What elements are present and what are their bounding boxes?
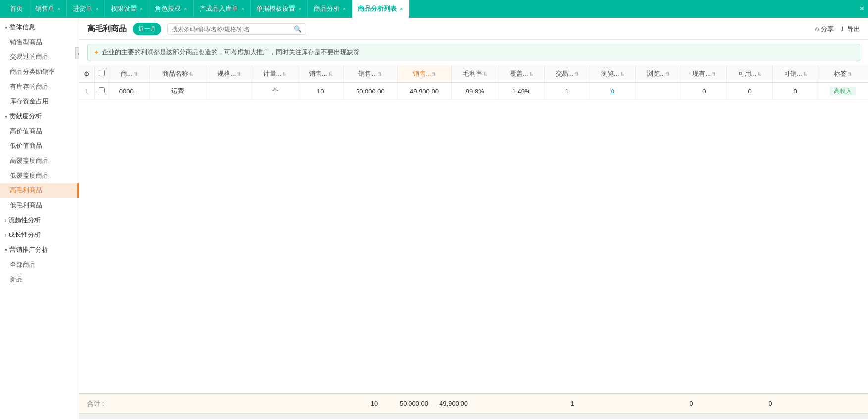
col-coverage[interactable]: 覆盖... ⇅ — [499, 65, 544, 83]
search-icon[interactable]: 🔍 — [294, 25, 302, 33]
col-spec[interactable]: 规格... ⇅ — [206, 65, 252, 83]
cell-spec — [206, 83, 252, 100]
sidebar-group-overall[interactable]: ▾ 整体信息 — [0, 20, 79, 35]
cell-available: 0 — [727, 83, 772, 100]
nav-purchase[interactable]: 进货单 × — [67, 0, 104, 18]
col-settings[interactable]: ⚙ — [79, 65, 94, 83]
footer-spacer-1 — [137, 400, 176, 407]
sidebar-item-high-margin[interactable]: 高毛利商品 — [0, 183, 79, 198]
nav-product-analysis-list[interactable]: 商品分析列表 × — [352, 0, 409, 18]
sidebar-collapse-button[interactable]: « — [75, 47, 79, 59]
sidebar-group-marketing[interactable]: ▾ 营销推广分析 — [0, 242, 79, 257]
close-permissions-tab[interactable]: × — [140, 6, 143, 12]
sidebar-group-growth[interactable]: › 成长性分析 — [0, 228, 79, 242]
data-table-container: ⚙ 商... ⇅ 商品名称 — [79, 65, 868, 393]
sort-icon-unit: ⇅ — [282, 71, 286, 77]
footer-label: 合计： — [87, 399, 137, 408]
sort-icon-sale-qty: ⇅ — [328, 71, 332, 77]
sidebar-group-trend[interactable]: › 流趋性分析 — [0, 213, 79, 228]
close-product-analysis-list-tab[interactable]: × — [400, 6, 403, 12]
footer-sale-qty: 10 — [355, 400, 394, 407]
col-sale-amount[interactable]: 销售... ⇅ — [343, 65, 397, 83]
cell-view2 — [636, 83, 681, 100]
sidebar-item-low-coverage[interactable]: 低覆盖度商品 — [0, 168, 79, 183]
period-button[interactable]: 近一月 — [133, 23, 161, 35]
footer-values: 10 50,000.00 49,900.00 1 0 0 — [137, 400, 860, 407]
select-all-checkbox[interactable] — [99, 70, 105, 76]
sidebar-item-in-stock[interactable]: 有库存的商品 — [0, 79, 79, 94]
sidebar-item-traded-products[interactable]: 交易过的商品 — [0, 49, 79, 64]
sidebar-item-inventory-capital[interactable]: 库存资金占用 — [0, 94, 79, 109]
nav-permissions[interactable]: 权限设置 × — [105, 0, 149, 18]
sidebar: « ▾ 整体信息 销售型商品 交易过的商品 商品分类助销率 有库存的商品 库存资… — [0, 18, 79, 419]
sidebar-item-category-rate[interactable]: 商品分类助销率 — [0, 64, 79, 79]
page-title: 高毛利商品 — [87, 24, 127, 34]
search-box: 🔍 — [167, 23, 306, 35]
cell-sale-qty: 10 — [298, 83, 343, 100]
col-view1[interactable]: 浏览... ⇅ — [590, 65, 635, 83]
footer-view1 — [592, 400, 632, 407]
sidebar-group-contribution[interactable]: ▾ 贡献度分析 — [0, 109, 79, 124]
export-button[interactable]: ⤓ 导出 — [840, 25, 860, 34]
sidebar-item-sales-products[interactable]: 销售型商品 — [0, 35, 79, 49]
nav-template-settings[interactable]: 单据模板设置 × — [251, 0, 307, 18]
close-all-tabs[interactable]: × — [860, 4, 864, 13]
nav-sales[interactable]: 销售单 × — [29, 0, 67, 18]
close-product-inbound-tab[interactable]: × — [241, 6, 244, 12]
row-checkbox-cell[interactable] — [94, 83, 109, 100]
search-input[interactable] — [172, 26, 292, 33]
close-sales-tab[interactable]: × — [57, 6, 60, 12]
sidebar-item-low-value[interactable]: 低价值商品 — [0, 139, 79, 153]
close-roles-tab[interactable]: × — [184, 6, 187, 12]
footer-sale-profit: 49,900.00 — [434, 400, 473, 407]
footer-margin-rate — [473, 400, 513, 407]
col-tag[interactable]: 标签 ⇅ — [818, 65, 868, 83]
data-table: ⚙ 商... ⇅ 商品名称 — [79, 65, 868, 100]
sidebar-item-low-margin[interactable]: 低毛利商品 — [0, 198, 79, 213]
col-name[interactable]: 商品名称 ⇅ — [149, 65, 206, 83]
arrow-overall: ▾ — [5, 25, 7, 30]
close-template-tab[interactable]: × — [298, 6, 301, 12]
col-unit[interactable]: 计量... ⇅ — [252, 65, 298, 83]
cell-margin-rate: 99.8% — [452, 83, 499, 100]
cell-sellable: 0 — [772, 83, 818, 100]
cell-name: 运费 — [149, 83, 206, 100]
cell-current-stock: 0 — [681, 83, 727, 100]
nav-roles[interactable]: 角色授权 × — [149, 0, 193, 18]
cell-code: 0000... — [109, 83, 149, 100]
sort-icon-trade: ⇅ — [575, 71, 579, 77]
footer-spacer-2 — [176, 400, 216, 407]
sidebar-item-high-value[interactable]: 高价值商品 — [0, 124, 79, 139]
close-product-analysis-tab[interactable]: × — [343, 6, 346, 12]
cell-sale-amount: 50,000.00 — [343, 83, 397, 100]
nav-product-inbound[interactable]: 产成品入库单 × — [194, 0, 251, 18]
sidebar-item-high-coverage[interactable]: 高覆盖度商品 — [0, 153, 79, 168]
footer-spacer-code — [216, 400, 246, 407]
sort-icon-spec: ⇅ — [237, 71, 241, 77]
col-sale-qty[interactable]: 销售... ⇅ — [298, 65, 343, 83]
row-checkbox[interactable] — [99, 87, 105, 93]
col-sellable[interactable]: 可销... ⇅ — [772, 65, 818, 83]
horizontal-scrollbar[interactable] — [79, 413, 868, 419]
col-trade[interactable]: 交易... ⇅ — [544, 65, 590, 83]
share-button[interactable]: ⎋ 分享 — [815, 25, 834, 34]
col-margin-rate[interactable]: 毛利率 ⇅ — [452, 65, 499, 83]
sidebar-item-all-products[interactable]: 全部商品 — [0, 257, 79, 272]
col-checkbox[interactable] — [94, 65, 109, 83]
footer-sellable: 0 — [751, 400, 790, 407]
col-sale-profit[interactable]: 销售... ⇅ — [397, 65, 451, 83]
info-banner: ✦ 企业的主要的利润都是这部分商品创造的，可考虑加大推广，同时关注库存是不要出现… — [87, 44, 860, 61]
sidebar-item-new-products[interactable]: 新品 — [0, 272, 79, 287]
footer-trade: 1 — [553, 400, 592, 407]
col-current-stock[interactable]: 现有... ⇅ — [681, 65, 727, 83]
nav-product-analysis[interactable]: 商品分析 × — [308, 0, 352, 18]
sort-icon-view1: ⇅ — [620, 71, 624, 77]
col-code[interactable]: 商... ⇅ — [109, 65, 149, 83]
nav-home[interactable]: 首页 — [4, 0, 29, 18]
share-icon: ⎋ — [815, 25, 819, 33]
cell-view1[interactable]: 0 — [590, 83, 635, 100]
col-available[interactable]: 可用... ⇅ — [727, 65, 772, 83]
footer-spacer-name — [246, 400, 295, 407]
close-purchase-tab[interactable]: × — [95, 6, 98, 12]
col-view2[interactable]: 浏览... ⇅ — [636, 65, 681, 83]
